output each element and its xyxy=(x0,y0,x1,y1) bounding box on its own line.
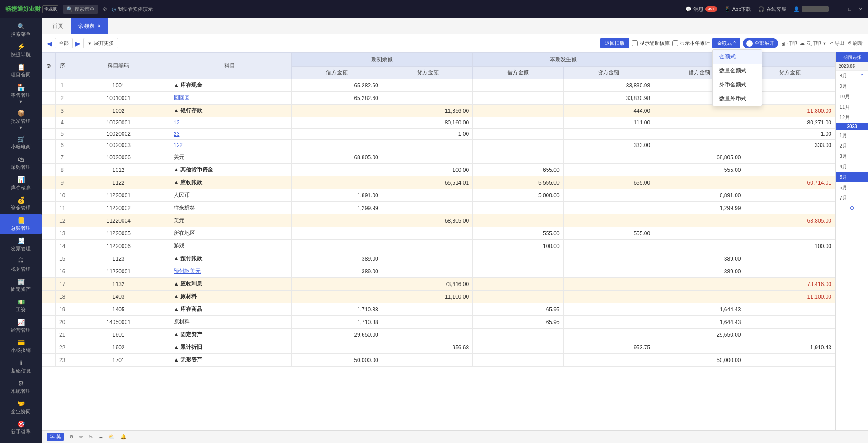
export-btn[interactable]: ↗ 导出 xyxy=(829,40,844,47)
period-year-2023-label[interactable]: 2023 xyxy=(836,123,868,130)
amount-type-btn[interactable]: 金额式 ^ xyxy=(712,38,740,48)
sidebar-item-salary[interactable]: 💵 工资 xyxy=(0,295,42,316)
sidebar-item-purchase[interactable]: 🛍 采购管理 xyxy=(0,153,42,173)
period-month-10[interactable]: 10月 xyxy=(836,91,868,102)
demo-link[interactable]: ◎ 我要看实例演示 xyxy=(112,6,153,13)
show-assist-checkbox[interactable]: 显示辅助核算 xyxy=(632,40,670,47)
dropdown-item-foreign-gold[interactable]: 外币金额式 xyxy=(713,78,762,92)
cell-settings[interactable] xyxy=(42,189,56,202)
user-avatar[interactable]: 👤 xyxy=(793,6,829,12)
cloud-print-btn[interactable]: ☁ 云打印 ▼ xyxy=(800,40,826,47)
cell-settings[interactable] xyxy=(42,354,56,367)
settings-icon-top[interactable]: ⚙ xyxy=(103,6,107,12)
sidebar-item-guide[interactable]: 🎯 新手引导 xyxy=(0,418,42,438)
return-old-btn[interactable]: 退回旧版 xyxy=(600,38,629,48)
status-cloud-icon[interactable]: ☁ xyxy=(98,434,103,440)
sidebar-item-ledger[interactable]: 📒 总账管理 xyxy=(0,214,42,234)
period-month-1[interactable]: 1月 xyxy=(836,130,868,141)
cell-settings[interactable] xyxy=(42,202,56,214)
sidebar-item-wholesale[interactable]: 📦 批发管理 ▼ xyxy=(0,107,42,133)
status-settings-icon[interactable]: ⚙ xyxy=(69,434,74,440)
cell-settings[interactable] xyxy=(42,252,56,265)
sidebar-item-inventory[interactable]: 📊 库存核算 xyxy=(0,173,42,194)
period-month-7[interactable]: 7月 xyxy=(836,193,868,203)
col-header-settings[interactable]: ⚙ xyxy=(42,53,56,79)
cell-settings[interactable] xyxy=(42,92,56,105)
amount-type-dropdown-wrapper[interactable]: 金额式 ^ 金额式 数量金额式 外币金额式 数量外币式 xyxy=(712,38,740,48)
message-btn[interactable]: 💬 消息 99+ xyxy=(685,6,717,13)
cell-settings[interactable] xyxy=(42,316,56,329)
period-month-8[interactable]: 8月 ⌃ xyxy=(836,71,868,81)
cell-settings[interactable] xyxy=(42,79,56,92)
cell-settings[interactable] xyxy=(42,129,56,140)
status-cloud2-icon[interactable]: ⛅ xyxy=(108,434,115,440)
sidebar-item-project[interactable]: 📋 项目合同 xyxy=(0,61,42,81)
cell-settings[interactable] xyxy=(42,117,56,129)
nav-forward-btn[interactable]: ▶ xyxy=(75,40,80,47)
cell-name[interactable]: 122 xyxy=(168,140,292,151)
period-month-11[interactable]: 11月 xyxy=(836,102,868,112)
sidebar-item-tax[interactable]: 🏛 税务管理 xyxy=(0,255,42,275)
cell-settings[interactable] xyxy=(42,164,56,176)
window-close[interactable]: ✕ xyxy=(859,6,863,12)
app-download-btn[interactable]: 📱 App下载 xyxy=(724,6,751,13)
sidebar-item-business[interactable]: 📈 经营管理 xyxy=(0,316,42,336)
tab-balance[interactable]: 余额表 ✕ xyxy=(71,18,108,34)
sidebar-item-system[interactable]: ⚙ 系统管理 xyxy=(0,377,42,397)
status-translate-btn[interactable]: 字 英 xyxy=(47,433,64,441)
dropdown-item-quantity-gold[interactable]: 数量金额式 xyxy=(713,64,762,78)
sidebar-item-ecommerce[interactable]: 🛒 小畅电商 xyxy=(0,133,42,153)
window-maximize[interactable]: □ xyxy=(848,6,851,12)
sidebar-item-assets[interactable]: 🏢 固定资产 xyxy=(0,275,42,295)
dropdown-item-quantity-foreign[interactable]: 数量外币式 xyxy=(713,92,762,106)
cell-settings[interactable] xyxy=(42,105,56,117)
expand-more-btn[interactable]: ▼ 展开更多 xyxy=(83,38,118,48)
period-month-5[interactable]: 5月 xyxy=(836,172,868,182)
sidebar-item-search[interactable]: 🔍 搜索菜单 xyxy=(0,20,42,40)
status-bell-icon[interactable]: 🔔 xyxy=(120,434,127,440)
dropdown-item-gold[interactable]: 金额式 xyxy=(713,50,762,64)
cell-name[interactable]: 23 xyxy=(168,129,292,140)
cell-settings[interactable] xyxy=(42,240,56,252)
cell-settings[interactable] xyxy=(42,151,56,164)
status-edit-icon[interactable]: ✏ xyxy=(79,434,83,440)
cell-settings[interactable] xyxy=(42,341,56,354)
sidebar-item-sales[interactable]: 💳 小畅报销 xyxy=(0,336,42,357)
cell-name[interactable]: 12 xyxy=(168,117,292,129)
sidebar-item-capital[interactable]: 💰 资金管理 xyxy=(0,194,42,214)
top-search-area[interactable]: 🔍 搜索菜单 xyxy=(63,5,98,14)
cell-name[interactable]: 预付款美元 xyxy=(168,265,292,278)
sidebar-item-partner[interactable]: 🤝 企业协同 xyxy=(0,397,42,418)
period-month-9[interactable]: 9月 xyxy=(836,81,868,91)
tab-home[interactable]: 首页 xyxy=(45,18,71,34)
show-annual-checkbox[interactable]: 显示本年累计 xyxy=(672,40,710,47)
cell-settings[interactable] xyxy=(42,265,56,278)
cell-settings[interactable] xyxy=(42,176,56,189)
filter-all-tag[interactable]: 全部 xyxy=(55,38,73,48)
sidebar-item-invoice[interactable]: 🧾 发票管理 xyxy=(0,234,42,255)
cell-settings[interactable] xyxy=(42,227,56,240)
period-month-12[interactable]: 12月 xyxy=(836,112,868,123)
expand-all-toggle[interactable]: 全部展开 xyxy=(743,38,778,48)
tab-close-balance[interactable]: ✕ xyxy=(97,24,101,29)
cell-settings[interactable] xyxy=(42,291,56,303)
period-month-4[interactable]: 4月 xyxy=(836,162,868,172)
period-month-6[interactable]: 6月 xyxy=(836,182,868,193)
period-month-3[interactable]: 3月 xyxy=(836,151,868,162)
period-month-2[interactable]: 2月 xyxy=(836,141,868,151)
sidebar-item-retail[interactable]: 🏪 零售管理 ▼ xyxy=(0,81,42,107)
cell-settings[interactable] xyxy=(42,214,56,227)
sidebar-item-quicknav[interactable]: ⚡ 快捷导航 xyxy=(0,40,42,61)
print-btn[interactable]: 🖨 打印 xyxy=(781,40,797,47)
cell-settings[interactable] xyxy=(42,303,56,316)
online-service-btn[interactable]: 🎧 在线客服 xyxy=(758,6,786,13)
cell-settings[interactable] xyxy=(42,140,56,151)
status-cut-icon[interactable]: ✂ xyxy=(89,434,93,440)
sidebar-item-basic[interactable]: ℹ 基础信息 xyxy=(0,357,42,377)
nav-back-btn[interactable]: ◀ xyxy=(47,40,52,47)
window-minimize[interactable]: — xyxy=(836,6,841,12)
cell-settings[interactable] xyxy=(42,329,56,341)
cell-name[interactable]: 回回回 xyxy=(168,92,292,105)
refresh-btn[interactable]: ↺ 刷新 xyxy=(847,40,863,47)
period-collapse-btn[interactable]: ⊖ xyxy=(836,203,868,213)
